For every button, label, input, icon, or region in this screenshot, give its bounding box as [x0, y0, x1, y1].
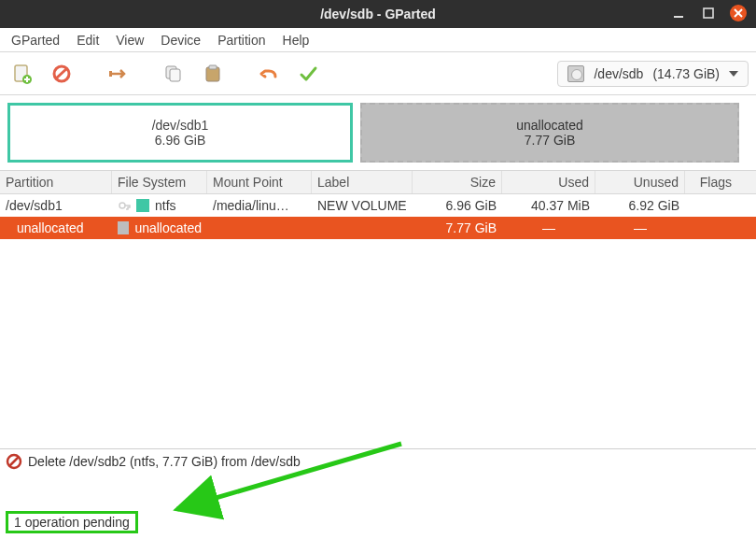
- pending-operations: Delete /dev/sdb2 (ntfs, 7.77 GiB) from /…: [0, 448, 756, 474]
- operation-item[interactable]: Delete /dev/sdb2 (ntfs, 7.77 GiB) from /…: [28, 454, 301, 469]
- diskmap-unalloc-size: 7.77 GiB: [525, 133, 575, 148]
- pending-count: 1 operation pending: [6, 511, 138, 533]
- menu-partition[interactable]: Partition: [217, 33, 265, 48]
- col-unused[interactable]: Unused: [595, 171, 685, 193]
- cell-partition: /dev/sdb1: [0, 194, 112, 217]
- table-row[interactable]: unallocated unallocated 7.77 GiB — —: [0, 217, 756, 239]
- cell-fs-label: unallocated: [134, 220, 202, 235]
- device-name: /dev/sdb: [594, 66, 643, 81]
- svg-rect-12: [209, 65, 217, 69]
- cell-flags: [685, 194, 741, 217]
- paste-button[interactable]: [198, 59, 228, 89]
- cell-fs-label: ntfs: [155, 198, 176, 213]
- minimize-button[interactable]: [670, 5, 687, 21]
- cell-size: 7.77 GiB: [413, 217, 502, 239]
- undo-button[interactable]: [254, 59, 284, 89]
- window-title: /dev/sdb - GParted: [7, 7, 749, 21]
- cell-label: [312, 217, 413, 239]
- col-partition[interactable]: Partition: [0, 171, 112, 193]
- apply-button[interactable]: [293, 59, 323, 89]
- device-selector[interactable]: /dev/sdb (14.73 GiB): [557, 61, 749, 87]
- menubar: GParted Edit View Device Partition Help: [0, 28, 756, 52]
- copy-icon: [163, 64, 184, 84]
- paste-icon: [203, 64, 223, 84]
- cell-used: 40.37 MiB: [502, 194, 595, 217]
- maximize-button[interactable]: [700, 5, 717, 21]
- table-row[interactable]: /dev/sdb1 ntfs /media/linu… NEW VOLUME 6…: [0, 194, 756, 217]
- col-label[interactable]: Label: [312, 171, 413, 193]
- cell-filesystem: ntfs: [112, 194, 207, 217]
- cell-mountpoint: [207, 217, 312, 239]
- diskmap-unallocated[interactable]: unallocated 7.77 GiB: [360, 103, 739, 163]
- close-button[interactable]: [730, 5, 747, 21]
- svg-rect-1: [704, 8, 713, 18]
- new-partition-button[interactable]: [7, 59, 37, 89]
- svg-rect-8: [109, 71, 112, 77]
- document-new-icon: [12, 64, 33, 84]
- resize-move-button[interactable]: [103, 59, 133, 89]
- fs-swatch-ntfs: [136, 199, 149, 212]
- statusbar: 1 operation pending: [6, 511, 138, 533]
- cell-unused: 6.92 GiB: [595, 194, 685, 217]
- diskmap-partition-size: 6.96 GiB: [155, 133, 205, 148]
- svg-line-7: [56, 68, 67, 78]
- undo-icon: [259, 64, 279, 84]
- annotation-arrow: [149, 430, 411, 523]
- menu-help[interactable]: Help: [283, 33, 310, 48]
- svg-point-13: [119, 203, 125, 208]
- menu-edit[interactable]: Edit: [77, 33, 99, 48]
- svg-rect-10: [170, 69, 180, 81]
- copy-button[interactable]: [159, 59, 189, 89]
- window-titlebar: /dev/sdb - GParted: [0, 0, 756, 28]
- fs-swatch-unallocated: [118, 221, 129, 234]
- diskmap-partition-name: /dev/sdb1: [152, 118, 209, 133]
- col-size[interactable]: Size: [413, 171, 502, 193]
- cell-label: NEW VOLUME: [312, 194, 413, 217]
- cell-flags: [685, 217, 741, 239]
- svg-line-15: [9, 457, 19, 466]
- cell-mountpoint: /media/linu…: [207, 194, 312, 217]
- drive-icon: [567, 65, 584, 82]
- apply-icon: [298, 64, 318, 84]
- disk-map: /dev/sdb1 6.96 GiB unallocated 7.77 GiB: [0, 95, 756, 170]
- partition-table-body: /dev/sdb1 ntfs /media/linu… NEW VOLUME 6…: [0, 194, 756, 372]
- cell-filesystem: unallocated: [112, 217, 207, 239]
- chevron-down-icon: [729, 71, 738, 77]
- col-flags[interactable]: Flags: [685, 171, 741, 193]
- menu-gparted[interactable]: GParted: [11, 33, 60, 48]
- col-mountpoint[interactable]: Mount Point: [207, 171, 312, 193]
- cell-unused: —: [595, 217, 685, 239]
- col-filesystem[interactable]: File System: [112, 171, 207, 193]
- toolbar: /dev/sdb (14.73 GiB): [0, 52, 756, 95]
- device-size: (14.73 GiB): [652, 66, 720, 81]
- cell-size: 6.96 GiB: [413, 194, 502, 217]
- diskmap-partition-sdb1[interactable]: /dev/sdb1 6.96 GiB: [7, 103, 353, 163]
- no-entry-icon: [51, 64, 72, 84]
- diskmap-unalloc-name: unallocated: [516, 118, 583, 133]
- lock-icon: [118, 199, 131, 212]
- window-controls: [670, 5, 747, 21]
- delete-partition-button[interactable]: [47, 59, 77, 89]
- resize-icon: [107, 64, 128, 84]
- menu-device[interactable]: Device: [161, 33, 201, 48]
- partition-table-header: Partition File System Mount Point Label …: [0, 170, 756, 194]
- menu-view[interactable]: View: [116, 33, 144, 48]
- cell-used: —: [502, 217, 595, 239]
- no-entry-icon: [6, 453, 22, 470]
- col-used[interactable]: Used: [502, 171, 595, 193]
- cell-partition: unallocated: [0, 217, 112, 239]
